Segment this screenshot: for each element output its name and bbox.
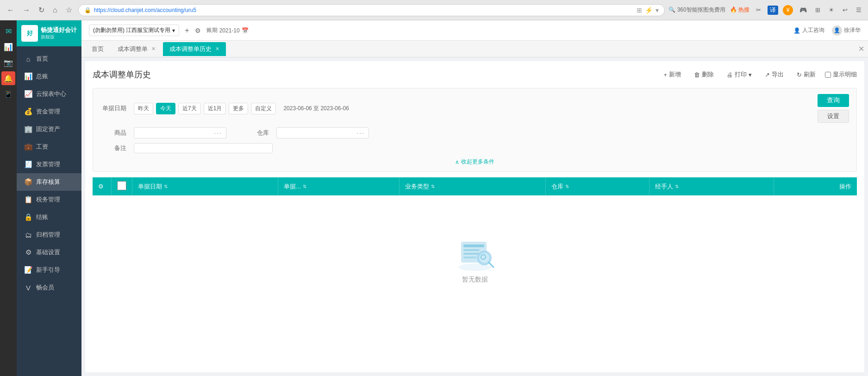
settings-button[interactable]: 设置 — [818, 110, 849, 123]
forward-button[interactable]: → — [20, 5, 32, 15]
reports-icon: 📈 — [24, 90, 32, 98]
brightness-tool[interactable]: ☀ — [827, 6, 836, 14]
tab-cost-adjustment-history[interactable]: 成本调整单历史 ✕ — [163, 42, 226, 56]
warehouse-selector[interactable]: ··· — [276, 127, 369, 138]
refresh-button[interactable]: ↻ 刷新 — [793, 69, 819, 81]
th-warehouse-label: 仓库 — [551, 182, 563, 191]
export-button[interactable]: ↗ 导出 — [761, 69, 787, 81]
filter-action-buttons: 查询 设置 — [818, 94, 849, 123]
export-icon: ↗ — [765, 71, 770, 78]
sidebar-item-archive[interactable]: 🗂 归档管理 — [17, 226, 81, 244]
strip-item-camera[interactable]: 📷 — [1, 56, 15, 69]
th-biz-type-sort[interactable]: 业务类型 ⇅ — [405, 182, 540, 191]
calendar-icon[interactable]: 📅 — [242, 27, 249, 34]
th-warehouse[interactable]: 仓库 ⇅ — [546, 177, 649, 195]
sidebar-item-guide[interactable]: 📝 新手引导 — [17, 261, 81, 279]
show-columns-checkbox[interactable] — [825, 72, 831, 78]
refresh-button[interactable]: ↻ — [36, 5, 47, 15]
th-date[interactable]: 单据日期 ⇅ — [132, 177, 278, 195]
grid-tool[interactable]: ⊞ — [813, 6, 822, 14]
date-range-display: 2023-06-06 至 2023-06-06 — [283, 105, 349, 113]
sidebar-item-inventory[interactable]: 📦 库存核算 — [17, 173, 81, 191]
sidebar-item-reports-label: 云报表中心 — [36, 90, 66, 98]
filter-row-goods-warehouse: 商品 ··· 仓库 ··· — [100, 127, 849, 138]
tab-cost-adjustment-history-close[interactable]: ✕ — [215, 46, 219, 52]
tab-cost-adjustment-close[interactable]: ✕ — [151, 46, 156, 52]
delete-button[interactable]: 🗑 删除 — [690, 69, 718, 81]
query-button[interactable]: 查询 — [818, 94, 849, 107]
game-tool[interactable]: 🎮 — [798, 6, 809, 14]
goods-selector[interactable]: ··· — [134, 127, 226, 138]
sidebar-item-assets[interactable]: 🏢 固定资产 — [17, 120, 81, 138]
wallet-tool[interactable]: ¥ — [783, 5, 793, 15]
sort-icon-date: ⇅ — [164, 184, 168, 189]
date-btn-custom[interactable]: 自定义 — [251, 103, 276, 114]
sidebar-item-tax[interactable]: 📋 税务管理 — [17, 191, 81, 208]
th-gear[interactable]: ⚙ — [93, 177, 111, 195]
sidebar-item-ledger-label: 总账 — [36, 72, 48, 81]
back-button[interactable]: ← — [5, 5, 17, 15]
menu-tool[interactable]: ☰ — [854, 6, 863, 14]
select-all-checkbox[interactable] — [117, 181, 126, 190]
strip-item-chart[interactable]: 📊 — [1, 40, 15, 54]
sidebar-item-invoice[interactable]: 🧾 发票管理 — [17, 156, 81, 173]
print-button[interactable]: 🖨 打印 ▾ — [723, 69, 756, 81]
remark-input[interactable] — [134, 143, 273, 153]
tab-cost-adjustment[interactable]: 成本调整单 ✕ — [111, 42, 162, 56]
sidebar-item-assets-label: 固定资产 — [36, 125, 60, 133]
undo-tool[interactable]: ↩ — [841, 6, 849, 14]
date-btn-more[interactable]: 更多 — [229, 103, 248, 114]
tab-cost-adjustment-label: 成本调整单 — [118, 45, 148, 53]
sidebar-item-close-period[interactable]: 🔒 结账 — [17, 208, 81, 226]
tab-home[interactable]: 首页 — [85, 42, 110, 56]
collapse-label: 收起更多条件 — [461, 158, 494, 166]
svg-rect-2 — [463, 244, 484, 247]
translate-tool[interactable]: 译 — [768, 6, 778, 15]
date-btn-7days[interactable]: 近7天 — [178, 103, 201, 114]
scissors-tool[interactable]: ✂ — [754, 6, 763, 14]
th-handler-sort[interactable]: 经手人 ⇅ — [655, 182, 768, 191]
date-btn-yesterday[interactable]: 昨天 — [134, 103, 153, 114]
add-company-button[interactable]: + — [185, 26, 189, 35]
sidebar-item-home-label: 首页 — [36, 55, 48, 63]
date-filter-label: 单据日期 — [100, 104, 126, 113]
date-btn-today[interactable]: 今天 — [156, 103, 175, 114]
strip-item-phone[interactable]: 📱 — [1, 87, 15, 101]
tab-bar: 首页 成本调整单 ✕ 成本调整单历史 ✕ ✕ — [81, 41, 868, 57]
th-doc-no[interactable]: 单据... ⇅ — [278, 177, 400, 195]
favorite-button[interactable]: ☆ — [63, 5, 75, 15]
delete-label: 删除 — [702, 70, 714, 79]
strip-item-mail[interactable]: ✉ — [1, 24, 15, 38]
home-button[interactable]: ⌂ — [50, 5, 60, 15]
sidebar-item-payroll[interactable]: 💼 工资 — [17, 138, 81, 156]
sidebar-item-home[interactable]: ⌂ 首页 — [17, 50, 81, 68]
archive-icon: 🗂 — [24, 231, 32, 239]
close-all-tabs-button[interactable]: ✕ — [858, 44, 864, 53]
date-btn-1month[interactable]: 近1月 — [204, 103, 226, 114]
th-handler[interactable]: 经手人 ⇅ — [649, 177, 774, 195]
sidebar-item-funds[interactable]: 💰 资金管理 — [17, 103, 81, 120]
url-bar[interactable]: 🔒 https://cloud.chanjet.com/accounting/u… — [78, 4, 665, 16]
new-button[interactable]: + 新增 — [660, 69, 685, 81]
collapse-button[interactable]: ∧ 收起更多条件 — [100, 158, 849, 166]
user-button[interactable]: 👤 徐泽华 — [832, 25, 861, 36]
th-doc-no-sort[interactable]: 单据... ⇅ — [284, 182, 393, 191]
settings-icon-button[interactable]: ⚙ — [195, 27, 201, 34]
sidebar-item-settings[interactable]: ⚙ 基础设置 — [17, 244, 81, 261]
sidebar-item-reports[interactable]: 📈 云报表中心 — [17, 85, 81, 103]
th-biz-type[interactable]: 业务类型 ⇅ — [400, 177, 546, 195]
sidebar-item-ledger[interactable]: 📊 总账 — [17, 68, 81, 85]
page-content: 成本调整单历史 + 新增 🗑 删除 🖨 打印 ▾ — [85, 61, 864, 372]
th-doc-no-label: 单据... — [284, 182, 301, 191]
company-selector[interactable]: (勿删勿禁用) 江西服宝测试专用 ▾ — [89, 25, 179, 36]
export-label: 导出 — [772, 70, 784, 79]
th-checkbox-col[interactable] — [111, 177, 132, 195]
th-warehouse-sort[interactable]: 仓库 ⇅ — [551, 182, 643, 191]
support-button[interactable]: 👤 人工咨询 — [793, 26, 824, 34]
th-date-sort[interactable]: 单据日期 ⇅ — [138, 182, 273, 191]
sidebar-item-vip[interactable]: V 畅会员 — [17, 279, 81, 296]
support-label: 人工咨询 — [802, 26, 824, 34]
strip-item-bell[interactable]: 🔔 — [1, 71, 15, 85]
sort-icon-doc-no: ⇅ — [303, 184, 306, 189]
filter-area: 单据日期 昨天 今天 近7天 近1月 更多 自定义 2023-06-06 至 2… — [93, 88, 857, 172]
